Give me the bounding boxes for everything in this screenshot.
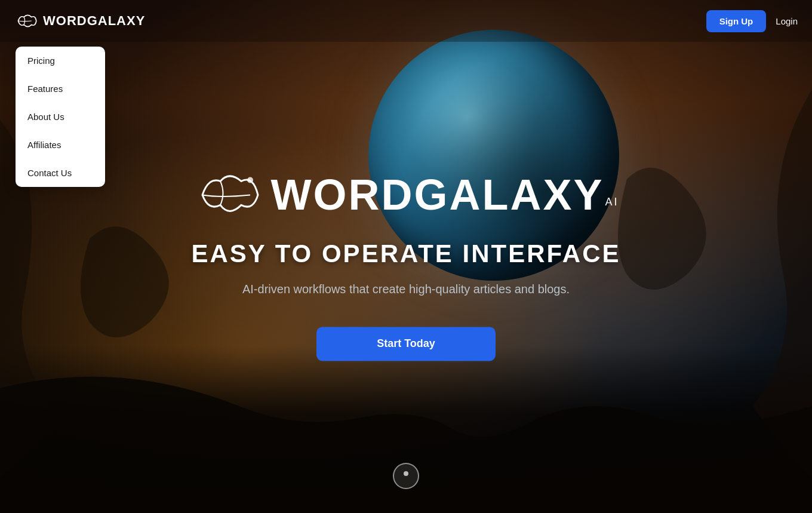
hero-title: EASY TO OPERATE INTERFACE [137,239,675,268]
nav-actions: Sign Up Login [706,10,798,32]
svg-point-0 [247,177,253,183]
scroll-dot [404,471,408,476]
navbar: WORDGALAXY Sign Up Login [0,0,812,42]
scroll-indicator [393,463,419,489]
hero-subtitle: AI-driven workflows that create high-qua… [137,280,675,298]
signup-button[interactable]: Sign Up [706,10,767,32]
hero-ai-suffix: AI [605,196,619,208]
menu-item-affiliates[interactable]: Affiliates [16,131,105,159]
logo-icon [14,11,38,30]
menu-item-features[interactable]: Features [16,75,105,103]
hero-logo: WORDGALAXYAI [137,168,675,222]
hero-logo-wordtext: WORDGALAXYAI [271,173,619,216]
hero-logo-icon [193,168,265,222]
login-button[interactable]: Login [776,16,798,26]
brand-name: WORDGALAXY [43,13,145,29]
menu-item-pricing[interactable]: Pricing [16,47,105,75]
hero-content: WORDGALAXYAI EASY TO OPERATE INTERFACE A… [137,168,675,361]
scroll-circle [393,463,419,489]
menu-item-contact[interactable]: Contact Us [16,159,105,187]
start-today-button[interactable]: Start Today [316,327,496,361]
navbar-brand-text: WORDGALAXY [43,13,145,29]
hero-brand-name: WORDGALAXY [271,171,604,219]
dropdown-menu: Pricing Features About Us Affiliates Con… [16,47,105,187]
menu-item-about[interactable]: About Us [16,103,105,131]
navbar-logo[interactable]: WORDGALAXY [14,11,145,30]
